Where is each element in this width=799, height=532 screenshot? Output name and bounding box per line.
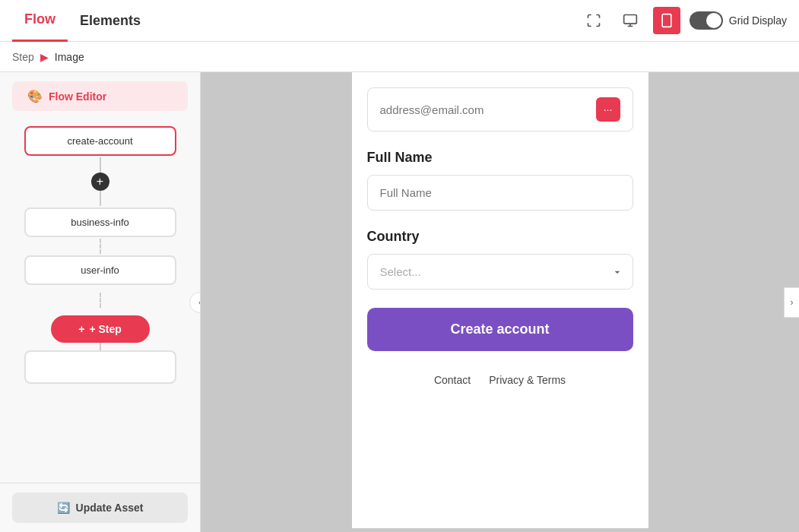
breadcrumb-step[interactable]: Step <box>12 51 34 63</box>
add-step-label: + Step <box>89 323 121 335</box>
top-nav-tabs: Flow Elements <box>12 0 153 42</box>
flow-node-user-info-label: user-info <box>81 264 119 276</box>
flow-node-user-info[interactable]: user-info <box>24 255 176 285</box>
top-nav: Flow Elements Grid Display <box>0 0 799 42</box>
step-row: + + Step <box>51 309 150 343</box>
country-label: Country <box>367 229 633 245</box>
breadcrumb: Step ▶ Image <box>0 42 799 72</box>
desktop-icon[interactable] <box>617 7 644 34</box>
flow-editor-icon: 🎨 <box>27 89 43 103</box>
svg-rect-1 <box>662 14 671 27</box>
flow-node-create-account[interactable]: create-account <box>24 126 176 156</box>
flow-line-dashed-2 <box>100 293 101 308</box>
fullscreen-icon[interactable] <box>580 7 607 34</box>
full-name-input[interactable] <box>367 175 633 211</box>
contact-link[interactable]: Contact <box>434 374 471 386</box>
update-asset-label: Update Asset <box>76 502 144 514</box>
flow-node-business-info-label: business-info <box>71 217 129 228</box>
update-asset-icon: 🔄 <box>57 502 70 514</box>
device-frame: ··· Full Name Country Select... Create a… <box>352 72 648 528</box>
main-area: 🎨 Flow Editor create-account + business-… <box>0 72 799 532</box>
update-asset-button[interactable]: 🔄 Update Asset <box>12 492 188 523</box>
full-name-label: Full Name <box>367 150 633 166</box>
grid-display-label: Grid Display <box>729 14 787 27</box>
flow-line <box>100 157 101 173</box>
top-nav-right: Grid Display <box>580 7 787 34</box>
email-field-row: ··· <box>367 87 633 131</box>
tab-elements[interactable]: Elements <box>68 0 153 42</box>
mobile-icon[interactable] <box>653 7 680 34</box>
grid-display-switch[interactable] <box>690 11 723 30</box>
plus-icon: + <box>78 323 84 335</box>
tab-flow[interactable]: Flow <box>12 0 68 42</box>
create-account-button[interactable]: Create account <box>367 308 633 351</box>
email-input[interactable] <box>380 103 596 116</box>
right-collapse-arrow[interactable]: › <box>784 287 799 318</box>
grid-display-toggle[interactable]: Grid Display <box>690 11 787 30</box>
breadcrumb-arrow: ▶ <box>40 51 49 63</box>
email-options-icon: ··· <box>604 103 613 116</box>
flow-line-dashed <box>100 239 101 254</box>
email-options-button[interactable]: ··· <box>596 97 620 122</box>
sidebar: 🎨 Flow Editor create-account + business-… <box>0 72 201 532</box>
add-step-button[interactable]: + + Step <box>51 315 150 343</box>
flow-connector-3 <box>100 293 101 308</box>
flow-line-dashed-3 <box>100 343 101 350</box>
step-area: + + Step <box>24 291 176 384</box>
privacy-terms-link[interactable]: Privacy & Terms <box>489 374 566 386</box>
flow-node-placeholder[interactable] <box>24 350 176 384</box>
flow-editor-button[interactable]: 🎨 Flow Editor <box>12 81 188 111</box>
sidebar-bottom: 🔄 Update Asset <box>0 483 200 532</box>
flow-node-business-info[interactable]: business-info <box>24 207 176 237</box>
preview-area: ··· Full Name Country Select... Create a… <box>201 72 799 532</box>
flow-line-2 <box>100 191 101 206</box>
country-select[interactable]: Select... <box>367 254 633 290</box>
sidebar-scroll: 🎨 Flow Editor create-account + business-… <box>0 72 200 483</box>
flow-add-button[interactable]: + <box>91 173 109 191</box>
flow-connector-1: + <box>91 157 109 206</box>
flow-editor-label: Flow Editor <box>49 90 106 103</box>
flow-connector-2 <box>100 239 101 254</box>
flow-node-create-account-label: create-account <box>68 135 133 147</box>
footer-links: Contact Privacy & Terms <box>367 374 633 386</box>
svg-rect-0 <box>623 15 636 24</box>
breadcrumb-image[interactable]: Image <box>55 51 84 63</box>
